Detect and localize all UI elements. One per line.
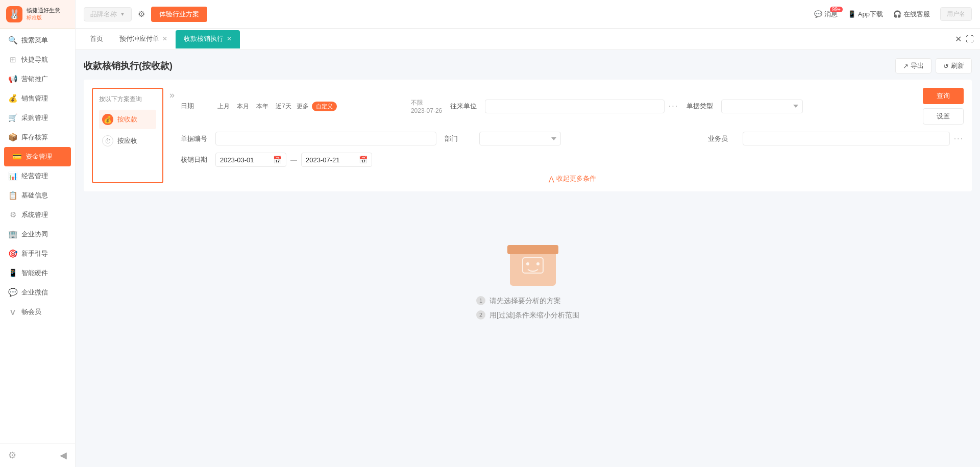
counterparty-input[interactable] — [485, 100, 665, 113]
tab-close-receipt-writeoff[interactable]: ✕ — [227, 35, 232, 42]
svg-point-3 — [526, 262, 529, 265]
sidebar-item-purchase[interactable]: 🛒 采购管理 — [0, 108, 75, 128]
export-button[interactable]: ↗ 导出 — [895, 58, 932, 73]
close-tab-icon[interactable]: ✕ — [955, 34, 962, 44]
refresh-button[interactable]: ↺ 刷新 — [936, 58, 972, 73]
svg-rect-0 — [510, 250, 556, 286]
sidebar-item-label: 智能硬件 — [21, 268, 48, 278]
collapse-more-button[interactable]: ⋀ 收起更多条件 — [181, 174, 964, 183]
app-download-button[interactable]: 📱 App下载 — [848, 10, 883, 19]
settings-footer-icon[interactable]: ⚙ — [8, 450, 16, 461]
doc-type-field: 单据类型 — [687, 100, 915, 113]
top-header: 品牌名称 ▼ ⚙ 体验行业方案 💬 消息 99+ 📱 App下载 🎧 在线客服 … — [76, 0, 980, 29]
counterparty-more-icon[interactable]: ··· — [669, 102, 678, 111]
doc-type-select[interactable] — [721, 100, 803, 113]
sidebar-footer: ⚙ ◀ — [0, 443, 75, 467]
industry-solution-button[interactable]: 体验行业方案 — [151, 7, 207, 22]
sidebar-menu: 🔍 搜索菜单 ⊞ 快捷导航 📢 营销推广 💰 销售管理 🛒 采购管理 📦 库存核… — [0, 29, 75, 443]
preset-custom[interactable]: 自定义 — [312, 102, 337, 111]
sidebar-item-finance[interactable]: 💳 资金管理 — [4, 147, 71, 166]
finance-icon: 💳 — [12, 152, 21, 161]
online-service-button[interactable]: 🎧 在线客服 — [893, 10, 930, 19]
sidebar-item-base-info[interactable]: 📋 基础信息 — [0, 186, 75, 205]
filter-collapse-button[interactable]: » — [169, 88, 175, 183]
sidebar-item-label: 基础信息 — [21, 191, 48, 200]
sidebar-item-label: 经营管理 — [21, 171, 48, 181]
service-icon: 🎧 — [893, 10, 901, 18]
sidebar-item-member[interactable]: V 畅会员 — [0, 302, 75, 322]
sidebar-item-label: 新手引导 — [21, 249, 48, 258]
sidebar-item-system[interactable]: ⚙ 系统管理 — [0, 205, 75, 225]
date-field: 日期 上月 本月 本年 近7天 更多 自定义 — [181, 101, 409, 112]
user-profile[interactable]: 用户名 — [940, 7, 972, 21]
page-body: 收款核销执行(按收款) ↗ 导出 ↺ 刷新 按以下方案查询 — [76, 50, 980, 467]
member-icon: V — [8, 308, 17, 316]
preset-7days[interactable]: 近7天 — [274, 101, 293, 112]
base-info-icon: 📋 — [8, 191, 17, 200]
preset-this-year[interactable]: 本年 — [254, 101, 271, 112]
sidebar-item-label: 企业协同 — [21, 230, 48, 239]
doc-no-input[interactable] — [215, 132, 436, 145]
settings-button[interactable]: 设置 — [923, 108, 964, 125]
system-icon: ⚙ — [8, 210, 17, 219]
sidebar-item-inventory[interactable]: 📦 库存核算 — [0, 128, 75, 147]
page-container: 收款核销执行(按收款) ↗ 导出 ↺ 刷新 按以下方案查询 — [76, 50, 980, 371]
tab-prepay[interactable]: 预付冲应付单 ✕ — [111, 30, 176, 48]
brand-text: 品牌名称 — [90, 10, 117, 19]
tab-receipt-writeoff[interactable]: 收款核销执行 ✕ — [176, 30, 240, 48]
department-select[interactable] — [479, 132, 561, 145]
empty-svg — [502, 232, 564, 288]
salesperson-more-icon[interactable]: ··· — [954, 134, 964, 143]
sidebar-item-marketing[interactable]: 📢 营销推广 — [0, 69, 75, 89]
calendar-start-icon[interactable]: 📅 — [273, 156, 282, 164]
sidebar-item-sales[interactable]: 💰 销售管理 — [0, 89, 75, 108]
writeoff-date-end-input[interactable] — [306, 156, 357, 164]
sidebar-item-label: 销售管理 — [21, 94, 48, 103]
sidebar-item-search-menu[interactable]: 🔍 搜索菜单 — [0, 31, 75, 50]
tabs-bar: 首页 预付冲应付单 ✕ 收款核销执行 ✕ ✕ ⛶ — [76, 29, 980, 50]
salesperson-input[interactable] — [743, 132, 949, 145]
operations-icon: 📊 — [8, 171, 17, 181]
query-button[interactable]: 查询 — [923, 88, 964, 104]
sales-icon: 💰 — [8, 94, 17, 103]
sidebar-item-wechat[interactable]: 💬 企业微信 — [0, 283, 75, 302]
tabs-actions: ✕ ⛶ — [955, 34, 974, 44]
tab-home[interactable]: 首页 — [82, 30, 111, 48]
preset-more[interactable]: 更多 — [297, 102, 309, 111]
filter-option-by-receivable[interactable]: ⏱ 按应收 — [99, 131, 156, 151]
sidebar-item-quick-nav[interactable]: ⊞ 快捷导航 — [0, 50, 75, 69]
doc-no-field: 单据编号 — [181, 132, 436, 145]
sidebar-item-operations[interactable]: 📊 经营管理 — [0, 166, 75, 186]
refresh-icon: ↺ — [943, 62, 949, 70]
date-separator: — — [290, 156, 297, 164]
empty-state: 1 请先选择要分析的方案 2 用[过滤]条件来缩小分析范围 — [84, 191, 972, 363]
salesperson-field: 业务员 ··· — [708, 132, 964, 145]
sidebar-item-label: 资金管理 — [26, 152, 52, 161]
message-button[interactable]: 💬 消息 99+ — [814, 10, 838, 19]
writeoff-date-start-input[interactable] — [220, 156, 271, 164]
sidebar-item-guide[interactable]: 🎯 新手引导 — [0, 244, 75, 263]
app-icon: 📱 — [848, 10, 856, 18]
page-title: 收款核销执行(按收款) — [84, 60, 173, 72]
expand-tab-icon[interactable]: ⛶ — [966, 35, 974, 44]
preset-this-month[interactable]: 本月 — [235, 101, 251, 112]
export-icon: ↗ — [903, 62, 909, 70]
svg-rect-1 — [507, 245, 558, 254]
sidebar-item-hardware[interactable]: 📱 智能硬件 — [0, 263, 75, 283]
tab-close-prepay[interactable]: ✕ — [162, 35, 167, 42]
sidebar: 🐰 畅捷通好生意 标准版 🔍 搜索菜单 ⊞ 快捷导航 📢 营销推广 💰 销售管理… — [0, 0, 76, 467]
calendar-end-icon[interactable]: 📅 — [359, 156, 368, 164]
writeoff-date-end-wrap: 📅 — [301, 153, 372, 167]
collapse-sidebar-icon[interactable]: ◀ — [60, 450, 67, 461]
settings-icon[interactable]: ⚙ — [138, 9, 145, 19]
sidebar-item-enterprise[interactable]: 🏢 企业协同 — [0, 225, 75, 244]
date-label: 日期 — [181, 102, 211, 111]
preset-last-month[interactable]: 上月 — [215, 101, 232, 112]
filter-option-by-receipt[interactable]: 💰 按收款 — [99, 110, 156, 129]
header-right: 💬 消息 99+ 📱 App下载 🎧 在线客服 用户名 — [814, 7, 972, 21]
writeoff-date-start-wrap: 📅 — [215, 153, 286, 167]
header-brand-selector[interactable]: 品牌名称 ▼ — [84, 7, 132, 21]
search-menu-icon: 🔍 — [8, 36, 17, 45]
quick-nav-icon: ⊞ — [8, 55, 17, 64]
header-left: 品牌名称 ▼ ⚙ 体验行业方案 — [84, 7, 207, 22]
